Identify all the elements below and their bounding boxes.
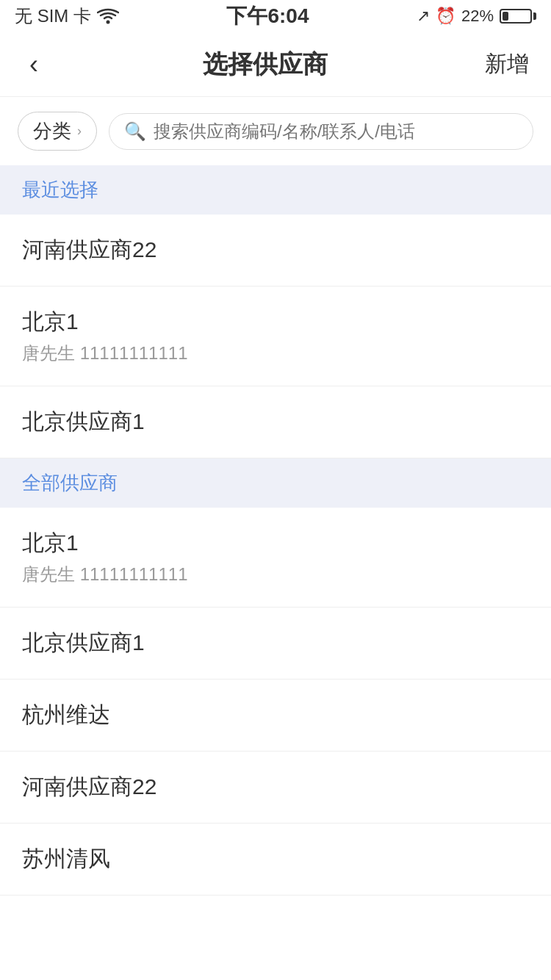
category-label: 分类 (33, 118, 71, 144)
nav-bar: ‹ 选择供应商 新增 (0, 32, 551, 97)
item-name: 苏州清风 (22, 844, 529, 874)
page-title: 选择供应商 (203, 48, 328, 82)
recent-list: 河南供应商22 北京1 唐先生 11111111111 北京供应商1 (0, 215, 551, 458)
item-name: 北京1 (22, 528, 529, 558)
item-name: 北京供应商1 (22, 407, 529, 437)
alarm-icon: ⏰ (436, 7, 455, 26)
item-name: 北京供应商1 (22, 628, 529, 658)
list-item[interactable]: 杭州维达 (0, 680, 551, 752)
list-item[interactable]: 北京供应商1 (0, 386, 551, 458)
battery-percent: 22% (461, 7, 494, 26)
list-item[interactable]: 北京1 唐先生 11111111111 (0, 287, 551, 386)
search-icon: 🔍 (124, 121, 146, 142)
recent-section-header: 最近选择 (0, 165, 551, 215)
status-left: 无 SIM 卡 (15, 4, 119, 28)
wifi-icon (97, 8, 119, 24)
battery-icon (500, 9, 536, 24)
list-item[interactable]: 河南供应商22 (0, 752, 551, 824)
list-item[interactable]: 北京1 唐先生 11111111111 (0, 508, 551, 608)
status-bar: 无 SIM 卡 下午6:04 ↗ ⏰ 22% (0, 0, 551, 32)
list-item[interactable]: 河南供应商22 (0, 215, 551, 287)
list-item[interactable]: 苏州清风 (0, 824, 551, 896)
all-list: 北京1 唐先生 11111111111 北京供应商1 杭州维达 河南供应商22 … (0, 508, 551, 896)
item-name: 北京1 (22, 307, 529, 337)
item-contact: 唐先生 11111111111 (22, 563, 529, 586)
status-right: ↗ ⏰ 22% (417, 7, 536, 26)
filter-bar: 分类 › 🔍 (0, 97, 551, 165)
search-box[interactable]: 🔍 (109, 113, 533, 150)
search-input[interactable] (154, 121, 518, 142)
category-filter[interactable]: 分类 › (18, 112, 97, 151)
chevron-right-icon: › (77, 123, 82, 139)
svg-point-0 (107, 21, 110, 24)
back-button[interactable]: ‹ (22, 42, 46, 87)
location-icon: ↗ (417, 7, 430, 26)
item-contact: 唐先生 11111111111 (22, 342, 529, 365)
item-name: 河南供应商22 (22, 772, 529, 802)
status-time: 下午6:04 (226, 2, 309, 30)
item-name: 河南供应商22 (22, 235, 529, 265)
all-section-header: 全部供应商 (0, 458, 551, 508)
sim-text: 无 SIM 卡 (15, 4, 91, 28)
item-name: 杭州维达 (22, 700, 529, 730)
list-item[interactable]: 北京供应商1 (0, 608, 551, 680)
add-button[interactable]: 新增 (485, 49, 529, 79)
